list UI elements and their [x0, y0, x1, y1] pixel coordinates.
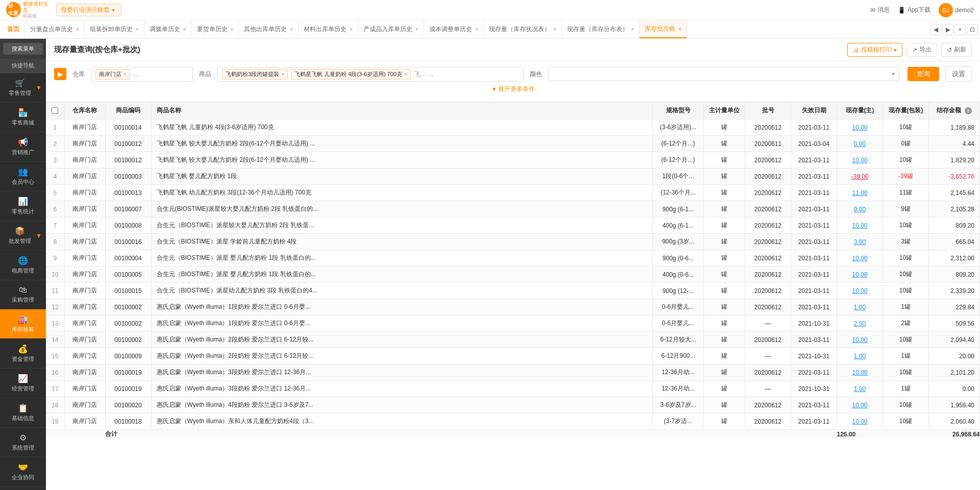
- remove-product-tag-1-icon[interactable]: ×: [281, 71, 284, 77]
- qty-link[interactable]: 10.00: [852, 255, 867, 262]
- product-more-label[interactable]: 飞...: [414, 70, 425, 79]
- warehouse-filter-label: 仓库: [72, 70, 85, 79]
- tab-next-btn[interactable]: ▶: [942, 24, 953, 35]
- download-icon: 📱: [898, 7, 905, 14]
- message-btn[interactable]: ✉ 消息: [870, 6, 890, 14]
- product-more-dots[interactable]: ...: [428, 70, 433, 78]
- settings-button[interactable]: 设置: [945, 66, 972, 82]
- sidebar-item-operations[interactable]: 📈 经营管理: [0, 369, 46, 398]
- sidebar-item-marketing[interactable]: 📢 营销推广: [0, 132, 46, 162]
- row-qty-pkg: 0罐: [883, 136, 929, 152]
- tab-item[interactable]: 分量盘点单历史 ×: [25, 21, 85, 38]
- qty-link[interactable]: 2.00: [854, 320, 866, 327]
- quick-nav-button[interactable]: 快捷导航: [0, 59, 46, 73]
- sidebar-item-finance[interactable]: 💰 资金管理: [0, 339, 46, 369]
- close-icon[interactable]: ×: [136, 27, 139, 32]
- sidebar-item-wholesale[interactable]: 📦 批发管理 ▼: [0, 221, 46, 251]
- qty-link[interactable]: 10.00: [852, 157, 867, 164]
- qty-link[interactable]: 1.00: [854, 353, 866, 360]
- qty-link[interactable]: 1.00: [854, 304, 866, 311]
- info-icon[interactable]: i: [965, 107, 972, 114]
- table-row: 1 南岸门店 00100014 飞鹤星飞帆 儿童奶粉 4段(3-6岁适用) 70…: [46, 119, 980, 136]
- qty-link[interactable]: 10.00: [852, 222, 867, 229]
- tab-prev-btn[interactable]: ◀: [930, 24, 941, 35]
- sidebar-item-retail-mgmt[interactable]: 🛒 零售管理 ▼: [0, 73, 46, 103]
- tab-item[interactable]: 成本调整单历史 ×: [424, 21, 484, 38]
- sidebar-item-basics[interactable]: 📋 基础信息: [0, 398, 46, 428]
- row-batch: 20200612: [745, 152, 791, 168]
- sidebar-item-inventory[interactable]: 🏭 库存核算: [0, 309, 46, 339]
- qty-link[interactable]: 10.00: [852, 287, 867, 295]
- app-download-btn[interactable]: 📱 App下载: [898, 6, 930, 14]
- close-icon[interactable]: ×: [415, 27, 419, 32]
- qty-link[interactable]: 9.00: [854, 206, 866, 213]
- sidebar-item-newuser[interactable]: 🆕 新手引导: [0, 487, 46, 490]
- row-qty-main: 10.00: [837, 364, 883, 381]
- sidebar-item-members[interactable]: 👥 会员中心: [0, 162, 46, 191]
- row-code: 00100014: [105, 119, 151, 136]
- close-icon[interactable]: ×: [475, 27, 478, 32]
- search-menu-button[interactable]: 搜索菜单: [3, 43, 43, 55]
- tab-item[interactable]: 要货单历史 ×: [192, 21, 239, 38]
- tab-item[interactable]: 产成品入库单历史 ×: [358, 21, 424, 38]
- product-filter-tag-2[interactable]: 飞鹤星飞帆 儿童奶粉 4段(3-6岁适用) 700克 ×: [291, 69, 411, 80]
- row-spec: 900g (12-...: [653, 283, 704, 299]
- product-filter-tag-1[interactable]: 飞鹤奶粉3段闭罐提装 ×: [222, 69, 288, 80]
- close-icon[interactable]: ×: [231, 27, 234, 32]
- close-icon[interactable]: ×: [631, 27, 634, 32]
- export-button[interactable]: ↗ 导出: [906, 43, 937, 57]
- tab-home[interactable]: 首页: [2, 21, 25, 38]
- qty-link[interactable]: 0.00: [854, 140, 866, 148]
- refresh-button[interactable]: ↺ 刷新: [941, 43, 972, 57]
- qty-link[interactable]: 10.00: [852, 124, 867, 131]
- tab-item[interactable]: 材料出库单历史 ×: [299, 21, 358, 38]
- tab-item[interactable]: 其他出库单历史 ×: [239, 21, 299, 38]
- user-profile-btn[interactable]: Ea demo2: [939, 3, 974, 17]
- qty-link[interactable]: 3.00: [854, 238, 866, 246]
- sidebar-item-system[interactable]: ⚙ 系统管理: [0, 428, 46, 457]
- tab-menu-btn[interactable]: ⊡: [967, 24, 978, 35]
- tab-item[interactable]: 现存量（库存状况表） ×: [484, 21, 562, 38]
- close-icon[interactable]: ×: [76, 27, 79, 32]
- sidebar-item-purchase[interactable]: 🛍 采购管理: [0, 280, 46, 309]
- close-icon[interactable]: ×: [553, 27, 556, 32]
- row-name: 惠氏启蒙（Wyeth illuma）2段奶粉 爱尔兰进口 6-12月较...: [151, 348, 653, 364]
- select-all-checkbox[interactable]: [52, 107, 58, 114]
- qty-link[interactable]: -39.00: [851, 173, 868, 180]
- row-batch: —: [745, 315, 791, 332]
- sidebar-item-ecommerce[interactable]: 🌐 电商管理: [0, 251, 46, 280]
- remove-warehouse-tag-icon[interactable]: ×: [124, 71, 127, 77]
- sidebar-item-retail-shop[interactable]: 🏪 零售商城: [0, 103, 46, 132]
- qty-link[interactable]: 10.00: [852, 402, 867, 409]
- close-icon[interactable]: ×: [678, 26, 681, 32]
- qty-link[interactable]: 10.00: [852, 271, 867, 278]
- qty-link[interactable]: 11.00: [852, 189, 867, 197]
- product-filter-container[interactable]: 飞鹤奶粉3段闭罐提装 × 飞鹤星飞帆 儿童奶粉 4段(3-6岁适用) 700克 …: [217, 67, 524, 82]
- warehouse-filter-tag[interactable]: 南岸门店 ×: [95, 69, 130, 80]
- color-filter-container[interactable]: ▾: [548, 67, 899, 81]
- qty-link[interactable]: 10.00: [852, 336, 867, 344]
- qty-link[interactable]: 10.00: [852, 418, 867, 425]
- remove-product-tag-2-icon[interactable]: ×: [404, 71, 407, 77]
- filter-expand-button[interactable]: ▶: [54, 68, 66, 80]
- tab-item-active[interactable]: 库存批次账 ×: [640, 21, 687, 38]
- filter-more-dots[interactable]: ...: [133, 70, 138, 78]
- tab-item[interactable]: 调拨单历史 ×: [144, 21, 192, 38]
- close-icon[interactable]: ×: [350, 27, 353, 32]
- footer-total-qty: 126.00: [837, 430, 883, 439]
- qty-link[interactable]: 10.00: [852, 369, 867, 376]
- expand-conditions-button[interactable]: ▼ 展开更多条件: [491, 85, 535, 93]
- close-icon[interactable]: ×: [290, 27, 293, 32]
- sidebar-item-enterprise[interactable]: 🤝 企业协同: [0, 457, 46, 487]
- close-icon[interactable]: ×: [183, 27, 186, 32]
- tab-item[interactable]: 组装拆卸单历史 ×: [85, 21, 144, 38]
- tab-item[interactable]: 现存量（库存分布表） ×: [562, 21, 640, 38]
- query-button[interactable]: 查询: [908, 67, 939, 81]
- print-button[interactable]: 🖨 按模板打印 ▾: [847, 43, 902, 57]
- warehouse-filter-container[interactable]: 南岸门店 × ...: [91, 67, 193, 82]
- tab-close-btn[interactable]: ×: [954, 24, 966, 35]
- industry-selector[interactable]: 母婴行业演示账套 ▾: [56, 4, 121, 16]
- qty-link[interactable]: 1.00: [854, 385, 866, 393]
- sidebar-item-retail-stats[interactable]: 📊 零售统计: [0, 191, 46, 221]
- row-expire: 2021-03-11: [791, 201, 837, 217]
